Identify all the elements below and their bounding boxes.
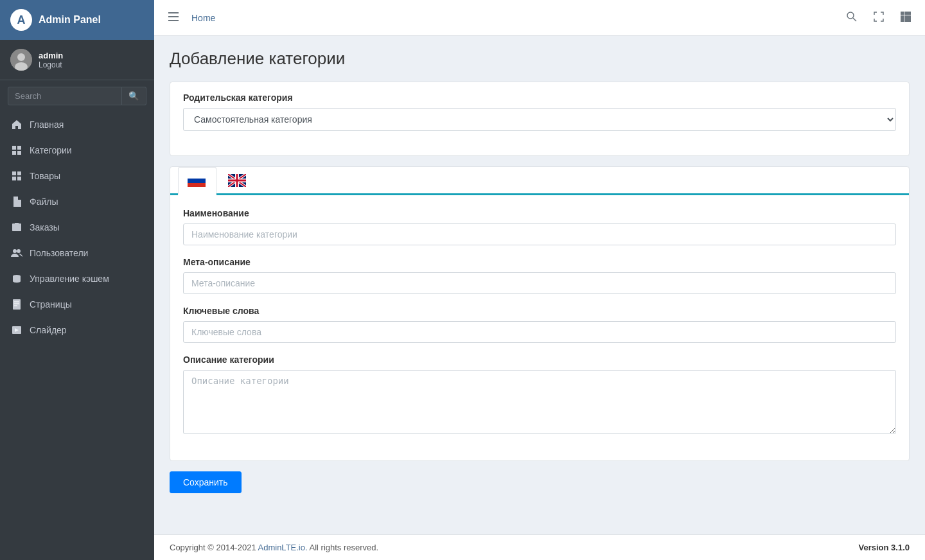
sidebar-brand: A Admin Panel xyxy=(0,0,154,40)
apps-button[interactable] xyxy=(897,9,915,27)
sidebar-nav: Главная Категории Товары Файлы xyxy=(0,112,154,560)
language-tabs-header xyxy=(170,167,909,195)
svg-rect-11 xyxy=(12,223,21,231)
search-input[interactable] xyxy=(8,87,122,105)
footer-copyright: Copyright © 2014-2021 AdminLTE.io. All r… xyxy=(170,543,378,552)
svg-rect-8 xyxy=(17,171,21,175)
language-tabs-card: Наименование Мета-описание Ключевые слов… xyxy=(170,166,910,461)
keywords-input[interactable] xyxy=(183,321,896,343)
description-textarea[interactable] xyxy=(183,370,896,434)
svg-rect-23 xyxy=(168,20,179,21)
cache-icon xyxy=(10,272,23,285)
pages-icon xyxy=(10,298,23,311)
sidebar-item-pages-label: Страницы xyxy=(30,299,72,310)
sidebar-item-products[interactable]: Товары xyxy=(0,163,154,189)
svg-rect-36 xyxy=(188,179,206,183)
topnav-right xyxy=(843,9,915,27)
sidebar-item-cache[interactable]: Управление кэшем xyxy=(0,266,154,292)
sidebar-item-products-label: Товары xyxy=(30,171,60,181)
svg-rect-26 xyxy=(901,12,904,15)
svg-rect-4 xyxy=(17,146,21,150)
parent-category-select[interactable]: Самостоятельная категория xyxy=(183,108,896,131)
page-title: Добавление категории xyxy=(170,49,910,69)
svg-rect-28 xyxy=(908,12,911,15)
sidebar-item-categories[interactable]: Категории xyxy=(0,137,154,163)
description-field-group: Описание категории xyxy=(183,354,896,436)
main-footer: Copyright © 2014-2021 AdminLTE.io. All r… xyxy=(154,534,925,560)
name-input[interactable] xyxy=(183,223,896,245)
sidebar-item-users[interactable]: Пользователи xyxy=(0,240,154,266)
svg-line-25 xyxy=(853,18,856,21)
breadcrumb: Home xyxy=(191,13,215,23)
meta-label: Мета-описание xyxy=(183,257,896,267)
meta-field-group: Мета-описание xyxy=(183,257,896,294)
svg-rect-32 xyxy=(901,19,904,22)
svg-rect-10 xyxy=(17,177,21,180)
sidebar-item-home-label: Главная xyxy=(30,119,64,130)
topnav-left: Home xyxy=(164,10,215,26)
sidebar-item-users-label: Пользователи xyxy=(30,248,88,258)
description-label: Описание категории xyxy=(183,354,896,365)
svg-rect-37 xyxy=(188,183,206,187)
svg-rect-5 xyxy=(12,151,16,155)
svg-point-24 xyxy=(847,12,854,19)
name-label: Наименование xyxy=(183,208,896,218)
user-panel: admin Logout xyxy=(0,40,154,80)
parent-category-label: Родительская категория xyxy=(183,92,896,103)
user-logout-link[interactable]: Logout xyxy=(39,60,63,69)
meta-input[interactable] xyxy=(183,272,896,294)
home-icon xyxy=(10,118,23,131)
svg-rect-30 xyxy=(904,15,908,19)
svg-rect-22 xyxy=(168,16,179,17)
sidebar-item-orders[interactable]: Заказы xyxy=(0,214,154,240)
save-button[interactable]: Сохранить xyxy=(170,471,242,493)
svg-rect-7 xyxy=(12,171,16,175)
svg-rect-21 xyxy=(168,12,179,13)
orders-icon xyxy=(10,221,23,234)
tab-english[interactable] xyxy=(219,168,256,193)
main-wrapper: Home xyxy=(154,0,925,560)
files-icon xyxy=(10,195,23,208)
russian-flag-icon xyxy=(188,174,206,187)
svg-rect-27 xyxy=(904,12,908,15)
search-toggle-button[interactable] xyxy=(843,9,861,27)
brand-title: Admin Panel xyxy=(39,14,101,26)
svg-rect-35 xyxy=(188,174,206,179)
sidebar-item-home[interactable]: Главная xyxy=(0,112,154,137)
svg-rect-6 xyxy=(17,151,21,155)
avatar xyxy=(10,49,32,71)
search-icon: 🔍 xyxy=(128,91,139,101)
keywords-label: Ключевые слова xyxy=(183,306,896,316)
sidebar-item-slider[interactable]: Слайдер xyxy=(0,317,154,343)
svg-rect-3 xyxy=(12,146,16,150)
content-area: Добавление категории Родительская катего… xyxy=(154,36,925,534)
svg-rect-15 xyxy=(13,299,21,310)
svg-rect-9 xyxy=(12,177,16,180)
categories-icon xyxy=(10,144,23,157)
users-icon xyxy=(10,247,23,259)
sidebar: A Admin Panel admin Logout � xyxy=(0,0,154,560)
sidebar-item-categories-label: Категории xyxy=(30,145,72,155)
save-button-container: Сохранить xyxy=(170,471,910,493)
expand-button[interactable] xyxy=(870,9,888,27)
search-button[interactable]: 🔍 xyxy=(122,87,146,105)
slider-icon xyxy=(10,324,23,337)
topnav: Home xyxy=(154,0,925,36)
products-icon xyxy=(10,170,23,182)
sidebar-item-cache-label: Управление кэшем xyxy=(30,274,109,284)
brand-logo-icon: A xyxy=(10,9,32,31)
footer-link[interactable]: AdminLTE.io. xyxy=(258,543,308,552)
sidebar-search-container: 🔍 xyxy=(0,80,154,112)
svg-rect-29 xyxy=(901,15,904,19)
svg-point-12 xyxy=(13,249,17,253)
sidebar-item-pages[interactable]: Страницы xyxy=(0,292,154,317)
sidebar-item-files[interactable]: Файлы xyxy=(0,189,154,214)
user-info: admin Logout xyxy=(39,51,63,69)
parent-category-group: Родительская категория Самостоятельная к… xyxy=(183,92,896,131)
sidebar-item-files-label: Файлы xyxy=(30,197,58,207)
footer-version: Version 3.1.0 xyxy=(859,543,910,552)
tab-russian[interactable] xyxy=(178,167,216,195)
parent-category-section: Родительская категория Самостоятельная к… xyxy=(170,82,910,156)
svg-rect-31 xyxy=(908,15,911,19)
menu-toggle-button[interactable] xyxy=(164,10,182,26)
